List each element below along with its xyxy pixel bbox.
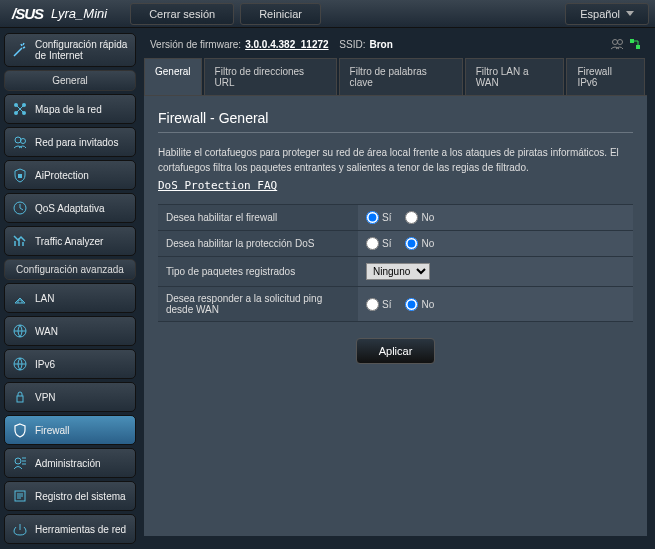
tab-filtro-lan-a-wan[interactable]: Filtro LAN a WAN xyxy=(465,58,565,95)
sidebar-item-lan[interactable]: LAN xyxy=(4,283,136,313)
main-content: Versión de firmware: 3.0.0.4.382_11272 S… xyxy=(140,28,655,549)
menu-icon xyxy=(11,355,29,373)
sidebar-general-header: General xyxy=(4,70,136,91)
language-selector[interactable]: Español xyxy=(565,3,649,25)
ssid-value: Bron xyxy=(369,39,392,50)
sidebar-item-label: Firewall xyxy=(35,425,69,436)
sidebar-item-administración[interactable]: Administración xyxy=(4,448,136,478)
enable-firewall-radio[interactable]: Sí No xyxy=(366,211,625,224)
sidebar-item-herramientas-de-red[interactable]: Herramientas de red xyxy=(4,514,136,544)
sidebar-item-label: Herramientas de red xyxy=(35,524,126,535)
sidebar-item-firewall[interactable]: Firewall xyxy=(4,415,136,445)
sidebar-item-traffic-analyzer[interactable]: Traffic Analyzer xyxy=(4,226,136,256)
sidebar-item-label: Configuración rápida de Internet xyxy=(35,39,129,61)
sidebar-advanced-header: Configuración avanzada xyxy=(4,259,136,280)
label-packet-type: Tipo de paquetes registrados xyxy=(158,257,358,287)
menu-icon xyxy=(11,289,29,307)
menu-icon xyxy=(11,199,29,217)
sidebar-item-label: AiProtection xyxy=(35,170,89,181)
panel: Firewall - General Habilite el cortafueg… xyxy=(144,96,647,536)
tabs: GeneralFiltro de direcciones URLFiltro d… xyxy=(144,58,647,96)
sidebar-item-label: IPv6 xyxy=(35,359,55,370)
sidebar-quick-setup[interactable]: Configuración rápida de Internet xyxy=(4,33,136,67)
label-ping-wan: Desea responder a la solicitud ping desd… xyxy=(158,287,358,322)
reboot-button[interactable]: Reiniciar xyxy=(240,3,321,25)
sidebar-item-label: WAN xyxy=(35,326,58,337)
packet-type-select[interactable]: Ninguno xyxy=(366,263,430,280)
tab-firewall-ipv6[interactable]: Firewall IPv6 xyxy=(566,58,645,95)
sidebar-item-mapa-de-la-red[interactable]: Mapa de la red xyxy=(4,94,136,124)
menu-icon xyxy=(11,100,29,118)
svg-point-11 xyxy=(15,458,21,464)
sidebar-item-label: Administración xyxy=(35,458,101,469)
sidebar-item-qos-adaptativa[interactable]: QoS Adaptativa xyxy=(4,193,136,223)
firmware-bar: Versión de firmware: 3.0.0.4.382_11272 S… xyxy=(144,34,647,54)
sidebar-item-label: LAN xyxy=(35,293,54,304)
menu-icon xyxy=(11,133,29,151)
svg-point-14 xyxy=(618,40,623,45)
svg-rect-10 xyxy=(17,396,23,402)
svg-point-13 xyxy=(613,40,618,45)
menu-icon xyxy=(11,520,29,538)
sidebar-item-red-para-invitados[interactable]: Red para invitados xyxy=(4,127,136,157)
topbar: /SUS Lyra_Mini Cerrar sesión Reiniciar E… xyxy=(0,0,655,28)
language-label: Español xyxy=(580,8,620,20)
svg-rect-15 xyxy=(630,39,634,43)
chevron-down-icon xyxy=(626,11,634,16)
tab-general[interactable]: General xyxy=(144,58,202,95)
menu-icon xyxy=(11,454,29,472)
menu-icon xyxy=(11,388,29,406)
sidebar-item-label: Mapa de la red xyxy=(35,104,102,115)
label-enable-firewall: Desea habilitar el firewall xyxy=(158,205,358,231)
sidebar-item-vpn[interactable]: VPN xyxy=(4,382,136,412)
enable-dos-radio[interactable]: Sí No xyxy=(366,237,625,250)
tab-filtro-de-direcciones-url[interactable]: Filtro de direcciones URL xyxy=(204,58,337,95)
brand-logo: /SUS xyxy=(0,5,51,22)
sidebar-item-label: Registro del sistema xyxy=(35,491,126,502)
page-title: Firewall - General xyxy=(158,110,633,126)
ping-wan-radio[interactable]: Sí No xyxy=(366,298,625,311)
faq-link[interactable]: DoS Protection FAQ xyxy=(158,179,277,192)
svg-rect-6 xyxy=(18,174,22,178)
svg-rect-16 xyxy=(636,45,640,49)
users-icon[interactable] xyxy=(610,38,624,50)
menu-icon xyxy=(11,166,29,184)
firmware-version[interactable]: 3.0.0.4.382_11272 xyxy=(245,39,328,50)
apply-button[interactable]: Aplicar xyxy=(356,338,436,364)
link-icon[interactable] xyxy=(629,38,641,50)
menu-icon xyxy=(11,421,29,439)
sidebar-item-label: Red para invitados xyxy=(35,137,118,148)
wand-icon xyxy=(11,41,29,59)
sidebar: Configuración rápida de Internet General… xyxy=(0,28,140,549)
sidebar-item-label: Traffic Analyzer xyxy=(35,236,103,247)
svg-point-4 xyxy=(15,137,21,143)
settings-table: Desea habilitar el firewall Sí No Desea … xyxy=(158,204,633,322)
logout-button[interactable]: Cerrar sesión xyxy=(130,3,234,25)
sidebar-item-label: VPN xyxy=(35,392,56,403)
sidebar-item-aiprotection[interactable]: AiProtection xyxy=(4,160,136,190)
label-enable-dos: Desea habilitar la protección DoS xyxy=(158,231,358,257)
menu-icon xyxy=(11,487,29,505)
menu-icon xyxy=(11,322,29,340)
product-name: Lyra_Mini xyxy=(51,6,127,21)
menu-icon xyxy=(11,232,29,250)
tab-filtro-de-palabras-clave[interactable]: Filtro de palabras clave xyxy=(339,58,463,95)
description: Habilite el cortafuegos para proteger su… xyxy=(158,145,633,175)
sidebar-item-wan[interactable]: WAN xyxy=(4,316,136,346)
sidebar-item-ipv6[interactable]: IPv6 xyxy=(4,349,136,379)
sidebar-item-label: QoS Adaptativa xyxy=(35,203,105,214)
sidebar-item-registro-del-sistema[interactable]: Registro del sistema xyxy=(4,481,136,511)
